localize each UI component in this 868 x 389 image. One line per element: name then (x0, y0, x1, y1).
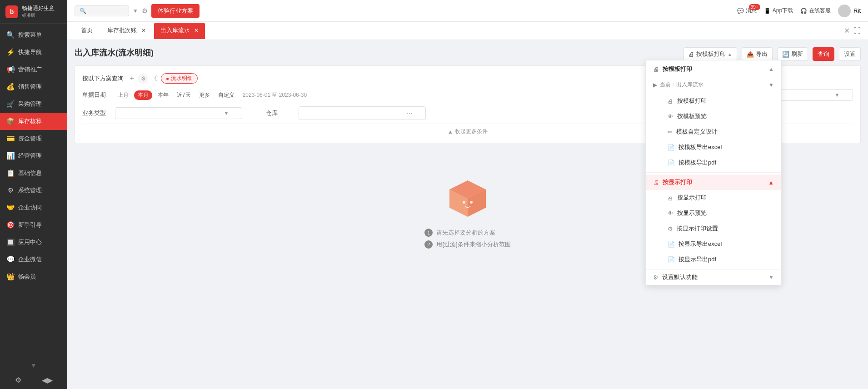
dropdown-item-template-export-excel[interactable]: 📄 按模板导出excel (646, 140, 781, 155)
sidebar-item-purchase[interactable]: 🛒 采购管理 (0, 95, 67, 113)
sidebar-item-app-center[interactable]: 🔲 应用中心 (0, 234, 67, 251)
collapse-icon[interactable]: ◀▶ (42, 376, 53, 384)
marketing-icon: 📢 (6, 65, 15, 74)
tpl-export-excel-icon: 📄 (668, 144, 675, 151)
dropdown-item-template-preview[interactable]: 👁 按模板预览 (646, 109, 781, 124)
sidebar-item-basic[interactable]: 📋 基础信息 (0, 165, 67, 182)
date-custom[interactable]: 自定义 (215, 90, 237, 100)
main: 🔍 ▼ ⚙ 体验行业方案 💬 消息 99+ 📱 App下载 🎧 在线客服 (67, 0, 868, 389)
dropdown-section-template: 🖨 按模板打印 👁 按模板预览 ✏ 模板自定义设计 📄 按模板导出excel 📄 (646, 91, 781, 173)
dropdown-item-template-export-pdf[interactable]: 📄 按模板导出pdf (646, 155, 781, 170)
sales-icon: 💰 (6, 83, 15, 91)
content: 出入库流水(流水明细) 🖨 按模板打印 ▲ 📤 导出 🔄 刷新 查询 设置 (67, 40, 868, 389)
date-more[interactable]: 更多 (196, 90, 213, 100)
dropdown-set-default[interactable]: ⚙ 设置默认功能 ▼ (646, 269, 781, 285)
tab-expand-icon[interactable]: ⛶ (853, 27, 861, 35)
service-btn[interactable]: 🎧 在线客服 (800, 7, 831, 15)
filter-collapse-btn[interactable]: 《 (151, 75, 157, 83)
dropdown-collapse-icon[interactable]: ▲ (768, 66, 774, 72)
tab-flow-close[interactable]: ✕ (194, 27, 199, 34)
header-gear-icon[interactable]: ⚙ (142, 7, 148, 15)
sidebar-item-guide[interactable]: 🎯 新手引导 (0, 216, 67, 234)
sidebar-item-wechat[interactable]: 💬 企业微信 (0, 251, 67, 268)
header-left: 🔍 ▼ ⚙ 体验行业方案 (75, 4, 737, 18)
dropdown-item-template-design[interactable]: ✏ 模板自定义设计 (646, 124, 781, 140)
current-arrow: ▼ (768, 82, 774, 88)
tab-batch[interactable]: 库存批次账 ✕ (101, 23, 152, 39)
warehouse-select[interactable]: ··· (299, 106, 426, 120)
empty-step-1: 1 请先选择要分析的方案 (424, 229, 510, 237)
sidebar-item-sales[interactable]: 💰 销售管理 (0, 78, 67, 95)
content-actions: 🖨 按模板打印 ▲ 📤 导出 🔄 刷新 查询 设置 (683, 47, 861, 61)
refresh-btn[interactable]: 🔄 刷新 (777, 47, 808, 61)
sidebar-item-shortcut[interactable]: ⚡ 快捷导航 (0, 44, 67, 61)
date-range: 2023-06-01 至 2023-06-30 (243, 91, 307, 99)
filter-active-tag: ● 流水明细 (161, 73, 198, 84)
sidebar-item-system[interactable]: ⚙ 系统管理 (0, 182, 67, 199)
sidebar-item-search[interactable]: 🔍 搜索菜单 (0, 26, 67, 44)
header-search[interactable]: 🔍 (75, 5, 129, 16)
print-btn[interactable]: 🖨 按模板打印 ▲ (683, 47, 737, 61)
app-download-btn[interactable]: 📱 App下载 (764, 7, 793, 15)
biz-type-select[interactable]: ▼ (115, 107, 242, 119)
collapse-btn[interactable]: ▲ 收起更多条件 (448, 128, 488, 135)
step2-text: 用[过滤]条件来缩小分析范围 (436, 240, 510, 249)
date-curr-month[interactable]: 本月 (134, 90, 152, 100)
print-dropdown-panel: 🖨 按模板打印 ▲ ▶ 当前：出入库流水 ▼ 🖨 按模板打印 (645, 60, 782, 285)
filter-settings-icon[interactable]: ⚙ (138, 74, 148, 84)
trial-btn[interactable]: 体验行业方案 (151, 4, 200, 18)
message-btn[interactable]: 💬 消息 99+ (737, 7, 757, 15)
user-area[interactable]: Rit (838, 5, 861, 17)
date-prev-month[interactable]: 上月 (115, 90, 131, 100)
query-btn[interactable]: 查询 (813, 47, 834, 61)
sidebar-item-inventory[interactable]: 📦 库存核算 (0, 113, 67, 130)
print-dropdown-arrow[interactable]: ▲ (728, 52, 732, 57)
tab-flow[interactable]: 出入库流水 ✕ (154, 23, 205, 39)
header-dropdown-btn[interactable]: ▼ (133, 8, 138, 14)
service-icon: 🎧 (800, 8, 807, 14)
filter-tag-label: 流水明细 (171, 75, 193, 82)
sidebar-item-cooperation[interactable]: 🤝 企业协同 (0, 199, 67, 216)
tab-home[interactable]: 首页 (75, 23, 99, 39)
disp-settings-icon: ⚙ (668, 225, 673, 232)
settings-icon[interactable]: ⚙ (15, 376, 21, 384)
export-btn[interactable]: 📤 导出 (742, 47, 773, 61)
shortcut-icon: ⚡ (6, 48, 15, 56)
tab-batch-close[interactable]: ✕ (141, 27, 146, 34)
current-icon: ▶ (653, 82, 657, 88)
dropdown-item-display-export-pdf[interactable]: 📄 按显示导出pdf (646, 252, 781, 267)
purchase-icon: 🛒 (6, 100, 15, 108)
warehouse-more-icon[interactable]: ··· (407, 109, 413, 117)
disp-preview-label: 按显示预览 (677, 209, 707, 217)
sidebar-item-label: 应用中心 (18, 238, 42, 246)
tab-flow-label: 出入库流水 (160, 27, 190, 34)
dropdown-item-display-export-excel[interactable]: 📄 按显示导出excel (646, 236, 781, 252)
sidebar-item-operation[interactable]: 📊 经营管理 (0, 147, 67, 165)
cooperation-icon: 🤝 (6, 204, 15, 212)
dropdown-display-header[interactable]: 🖨 按显示打印 ▲ (646, 175, 781, 190)
doc-type-arrow: ▼ (834, 92, 840, 98)
app-logo-icon: b (5, 5, 18, 18)
dropdown-title: 按模板打印 (663, 65, 692, 73)
date-year[interactable]: 本年 (155, 90, 171, 100)
service-label: 在线客服 (809, 7, 831, 15)
dropdown-item-template-print[interactable]: 🖨 按模板打印 (646, 93, 781, 109)
settings-btn[interactable]: 设置 (839, 47, 861, 61)
sidebar-item-finance[interactable]: 💳 资金管理 (0, 130, 67, 147)
refresh-icon: 🔄 (782, 51, 789, 58)
wechat-icon: 💬 (6, 255, 15, 264)
date-options: 上月 本月 本年 近7天 更多 自定义 (115, 90, 237, 100)
filter-add-btn[interactable]: ＋ (128, 74, 135, 83)
sidebar-item-label: 库存核算 (18, 117, 42, 125)
dropdown-item-display-settings[interactable]: ⚙ 按显示打印设置 (646, 221, 781, 236)
app-name: 畅捷通好生意 (22, 5, 55, 12)
dropdown-item-display-print[interactable]: 🖨 按显示打印 (646, 190, 781, 205)
tab-close-window-icon[interactable]: ✕ (844, 26, 850, 35)
sidebar-item-marketing[interactable]: 📢 营销推广 (0, 61, 67, 78)
date-week[interactable]: 近7天 (174, 90, 194, 100)
tpl-export-pdf-label: 按模板导出pdf (678, 159, 716, 167)
system-icon: ⚙ (6, 186, 15, 194)
sidebar-item-member[interactable]: 👑 畅会员 (0, 268, 67, 285)
dropdown-item-display-preview[interactable]: 👁 按显示预览 (646, 205, 781, 221)
query-label: 查询 (818, 50, 829, 58)
